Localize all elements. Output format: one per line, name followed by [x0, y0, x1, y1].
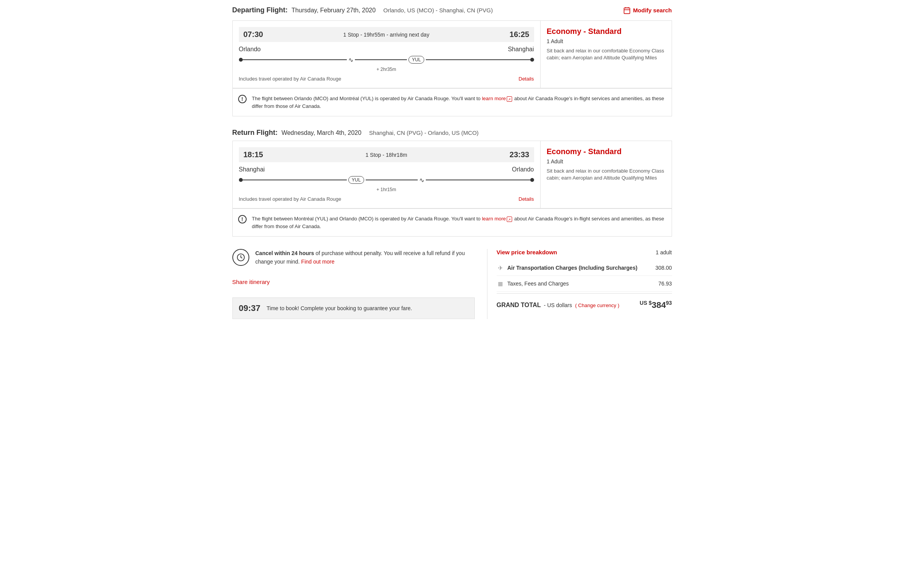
- air-transport-text: Air Transportation Charges (Including Su…: [507, 265, 638, 271]
- return-path-dot-end: [530, 178, 534, 182]
- departing-route: Orlando, US (MCO) - Shanghai, CN (PVG): [383, 7, 493, 13]
- price-divider: [497, 293, 672, 294]
- return-origin: Shanghai: [239, 166, 265, 173]
- return-flight-card: 18:15 1 Stop - 18hr18m 23:33 Shanghai Or…: [232, 141, 672, 208]
- clock-icon: [232, 249, 249, 266]
- return-path-dot-start: [239, 178, 243, 182]
- return-details-link[interactable]: Details: [519, 196, 534, 202]
- return-cities: Shanghai Orlando: [239, 166, 534, 173]
- find-out-more-link[interactable]: Find out more: [301, 259, 334, 265]
- return-path-line-3: [426, 180, 530, 180]
- taxes-row: ▦ Taxes, Fees and Charges 76.93: [497, 276, 672, 292]
- modify-search-button[interactable]: Modify search: [623, 7, 672, 14]
- air-transport-label: ✈ Air Transportation Charges (Including …: [497, 264, 638, 272]
- grand-total-currency-symbol: US $: [640, 300, 652, 306]
- return-economy-desc: Sit back and relax in our comfortable Ec…: [547, 168, 665, 181]
- departing-dest: Shanghai: [508, 46, 534, 53]
- return-route: Shanghai, CN (PVG) - Orlando, US (MCO): [369, 129, 479, 136]
- modify-search-label: Modify search: [633, 7, 672, 13]
- share-itinerary-link[interactable]: Share itinerary: [232, 279, 270, 285]
- clock-svg: [237, 253, 245, 262]
- cancel-policy-text: Cancel within 24 hours of purchase witho…: [255, 249, 475, 266]
- departing-origin: Orlando: [239, 46, 261, 53]
- return-warning-link-icon: ↗: [507, 217, 512, 222]
- return-stop-code: YUL: [348, 176, 364, 184]
- return-flight-left: 18:15 1 Stop - 18hr18m 23:33 Shanghai Or…: [233, 141, 541, 208]
- grand-total-left: GRAND TOTAL - US dollars ( Change curren…: [497, 302, 620, 309]
- cancel-policy: Cancel within 24 hours of purchase witho…: [232, 249, 475, 266]
- departing-header: Departing Flight: Thursday, February 27t…: [232, 6, 493, 14]
- departing-path: ∿ YUL: [239, 56, 534, 64]
- bottom-left: Cancel within 24 hours of purchase witho…: [232, 249, 487, 319]
- departing-path-line-1: [243, 59, 347, 60]
- return-path: YUL ∿: [239, 176, 534, 184]
- departing-details-link[interactable]: Details: [519, 76, 534, 82]
- grand-total-cents: 93: [666, 300, 672, 306]
- departing-warning-text-before: The flight between Orlando (MCO) and Mon…: [252, 96, 482, 101]
- grand-total-amount: US $38493: [640, 300, 672, 310]
- return-warning-box: ! The flight between Montréal (YUL) and …: [232, 208, 672, 237]
- view-price-link[interactable]: View price breakdown: [497, 249, 557, 255]
- page-wrapper: Departing Flight: Thursday, February 27t…: [226, 0, 678, 325]
- return-section-header: Return Flight: Wednesday, March 4th, 202…: [232, 129, 672, 137]
- fee-icon: ▦: [497, 280, 504, 287]
- air-transport-amount: 308.00: [655, 265, 672, 271]
- departing-economy-title: Economy - Standard: [547, 27, 665, 36]
- return-stop-info: 1 Stop - 18hr18m: [365, 152, 407, 158]
- return-warning-text-before: The flight between Montréal (YUL) and Or…: [252, 216, 482, 222]
- plane-icon: ✈: [497, 264, 504, 272]
- return-economy-adult: 1 Adult: [547, 158, 665, 165]
- return-dest: Orlando: [512, 166, 534, 173]
- return-operated-text: Includes travel operated by Air Canada R…: [239, 196, 341, 202]
- grand-total-dollars: 384: [652, 300, 666, 310]
- air-transport-row: ✈ Air Transportation Charges (Including …: [497, 260, 672, 276]
- calendar-icon: [623, 7, 631, 14]
- departing-flight-left: 07:30 1 Stop - 19hr55m - arriving next d…: [233, 21, 541, 88]
- grand-total-label: GRAND TOTAL: [497, 302, 541, 308]
- return-times-bar: 18:15 1 Stop - 18hr18m 23:33: [239, 147, 534, 162]
- bottom-row: Cancel within 24 hours of purchase witho…: [232, 249, 672, 319]
- departing-date: Thursday, February 27th, 2020: [291, 7, 376, 13]
- price-breakdown-header: View price breakdown 1 adult: [497, 249, 672, 255]
- departing-warning-link-icon: ↗: [507, 96, 512, 102]
- return-path-line-1: [243, 180, 347, 180]
- departing-stop-info: 1 Stop - 19hr55m - arriving next day: [343, 32, 429, 38]
- departing-warning-icon: !: [238, 95, 247, 103]
- departing-path-dot-end: [530, 58, 534, 62]
- departing-wifi-icon: ∿: [348, 56, 353, 64]
- departing-cities: Orlando Shanghai: [239, 46, 534, 53]
- return-operated: Includes travel operated by Air Canada R…: [239, 196, 534, 202]
- departing-times-bar: 07:30 1 Stop - 19hr55m - arriving next d…: [239, 27, 534, 42]
- taxes-amount: 76.93: [658, 281, 672, 287]
- departing-stop-code: YUL: [408, 56, 424, 64]
- timer-bar: 09:37 Time to book! Complete your bookin…: [232, 297, 475, 319]
- return-flight-right: Economy - Standard 1 Adult Sit back and …: [541, 141, 672, 208]
- departing-flight-right: Economy - Standard 1 Adult Sit back and …: [541, 21, 672, 88]
- departing-time: 07:30: [244, 30, 263, 39]
- return-learn-more-link[interactable]: learn more: [482, 216, 506, 222]
- return-warning-icon: !: [238, 215, 247, 223]
- return-date: Wednesday, March 4th, 2020: [281, 129, 361, 136]
- departing-label: Departing Flight:: [232, 6, 288, 14]
- adult-label: 1 adult: [655, 249, 672, 255]
- departing-economy-desc: Sit back and relax in our comfortable Ec…: [547, 47, 665, 61]
- departing-warning-box: ! The flight between Orlando (MCO) and M…: [232, 88, 672, 116]
- departing-arrive-time: 16:25: [509, 30, 529, 39]
- price-breakdown-panel: View price breakdown 1 adult ✈ Air Trans…: [487, 249, 672, 319]
- return-arrive-time: 23:33: [509, 150, 529, 159]
- return-economy-title: Economy - Standard: [547, 147, 665, 156]
- return-wifi-icon: ∿: [419, 176, 424, 184]
- return-layover: + 1hr15m: [239, 187, 534, 192]
- departing-learn-more-link[interactable]: learn more: [482, 96, 506, 101]
- departing-economy-adult: 1 Adult: [547, 38, 665, 44]
- departing-operated-text: Includes travel operated by Air Canada R…: [239, 76, 341, 82]
- change-currency-link[interactable]: Change currency: [578, 302, 616, 308]
- svg-rect-0: [624, 8, 630, 13]
- departing-layover: + 2hr35m: [239, 67, 534, 72]
- taxes-label: ▦ Taxes, Fees and Charges: [497, 280, 569, 287]
- taxes-text: Taxes, Fees and Charges: [507, 281, 569, 287]
- page-header: Departing Flight: Thursday, February 27t…: [232, 6, 672, 14]
- departing-flight-card: 07:30 1 Stop - 19hr55m - arriving next d…: [232, 20, 672, 88]
- departing-path-line-2: [355, 59, 407, 60]
- timer-time: 09:37: [239, 303, 260, 313]
